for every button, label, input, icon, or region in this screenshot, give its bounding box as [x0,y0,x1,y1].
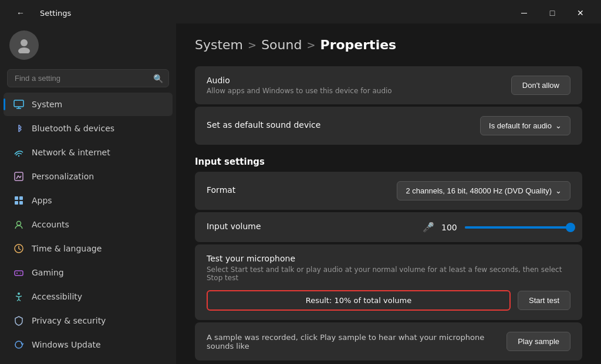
accounts-nav-icon [13,219,25,230]
time-nav-label: Time & language [32,244,102,253]
svg-rect-9 [15,201,18,205]
system-nav-label: System [32,100,62,109]
sidebar-item-gaming[interactable]: Gaming [4,261,173,284]
apps-nav-label: Apps [32,196,52,205]
test-result-badge: Result: 10% of total volume [207,290,511,311]
input-volume-info: Input volume [207,222,261,233]
system-nav-icon [13,98,25,110]
play-sample-button[interactable]: Play sample [507,332,570,351]
nav-items: SystemBluetooth & devicesNetwork & inter… [0,92,176,357]
titlebar: ← Settings ─ □ ✕ [0,0,601,23]
gaming-nav-icon [13,267,25,278]
format-dropdown-arrow-icon: ⌄ [555,186,562,195]
sidebar-item-network[interactable]: Network & internet [4,141,173,164]
audio-title: Audio [207,76,392,85]
test-mic-subtitle: Select Start test and talk or play audio… [207,266,570,282]
window-controls: ─ □ ✕ [511,4,594,22]
svg-point-16 [20,273,21,274]
breadcrumb-properties: Properties [320,38,397,52]
sidebar-item-personalization[interactable]: Personalization [4,165,173,188]
input-volume-card: Input volume 🎤 100 [195,212,582,242]
default-device-info: Set as default sound device [207,120,320,131]
sidebar-item-accessibility[interactable]: Accessibility [4,285,173,308]
avatar [9,30,39,60]
svg-point-1 [18,47,30,53]
bluetooth-nav-icon [13,123,25,134]
format-info: Format [207,185,235,196]
format-dropdown-label: 2 channels, 16 bit, 48000 Hz (DVD Qualit… [406,186,552,195]
format-dropdown[interactable]: 2 channels, 16 bit, 48000 Hz (DVD Qualit… [397,181,570,200]
start-test-button[interactable]: Start test [518,291,570,310]
play-sample-card: A sample was recorded, click Play sample… [195,322,582,360]
close-button[interactable]: ✕ [567,4,594,22]
breadcrumb-sep2: > [306,39,315,51]
window-title: Settings [40,9,71,18]
breadcrumb-system: System [195,38,243,52]
test-microphone-section: Test your microphone Select Start test a… [195,244,582,320]
default-audio-dropdown-label: Is default for audio [489,121,552,130]
volume-value: 100 [441,223,458,232]
sidebar-item-bluetooth[interactable]: Bluetooth & devices [4,117,173,140]
test-mic-title: Test your microphone [207,254,570,263]
svg-rect-8 [19,196,23,200]
network-nav-icon [13,147,25,158]
svg-rect-10 [19,201,23,205]
network-nav-label: Network & internet [32,148,110,157]
default-device-title: Set as default sound device [207,120,320,130]
main-layout: 🔍 SystemBluetooth & devicesNetwork & int… [0,23,601,364]
svg-rect-7 [15,196,18,200]
input-volume-title: Input volume [207,222,261,231]
svg-point-0 [21,39,28,46]
breadcrumb-sep1: > [248,39,256,51]
accessibility-nav-icon [13,291,25,302]
microphone-icon: 🎤 [423,222,434,233]
personalization-nav-icon [13,171,25,182]
svg-point-17 [18,292,20,295]
sidebar-item-apps[interactable]: Apps [4,189,173,212]
svg-rect-2 [14,100,23,107]
windows-update-nav-icon [13,339,25,351]
sidebar-item-system[interactable]: System [4,93,173,116]
sidebar-item-accounts[interactable]: Accounts [4,213,173,236]
windows-update-nav-label: Windows Update [32,340,101,349]
svg-point-11 [17,222,21,226]
sidebar-item-time[interactable]: Time & language [4,237,173,260]
audio-card: Audio Allow apps and Windows to use this… [195,66,582,104]
test-mic-controls: Result: 10% of total volume Start test [207,290,570,311]
format-card: Format 2 channels, 16 bit, 48000 Hz (DVD… [195,172,582,210]
slider-fill [465,226,570,229]
privacy-nav-icon [13,315,25,326]
search-icon: 🔍 [153,74,163,83]
gaming-nav-label: Gaming [32,268,64,277]
user-profile [0,23,176,69]
svg-point-5 [18,155,19,157]
input-settings-header: Input settings [195,157,582,167]
minimize-button[interactable]: ─ [511,4,538,22]
dropdown-arrow-icon: ⌄ [555,121,562,130]
format-title: Format [207,185,235,195]
maximize-button[interactable]: □ [539,4,566,22]
time-nav-icon [13,243,25,254]
slider-thumb [566,223,575,232]
privacy-nav-label: Privacy & security [32,316,106,325]
breadcrumb: System > Sound > Properties [195,38,582,52]
personalization-nav-label: Personalization [32,172,94,181]
input-volume-controls: 🎤 100 [261,222,570,233]
default-audio-dropdown[interactable]: Is default for audio ⌄ [480,116,570,135]
audio-card-info: Audio Allow apps and Windows to use this… [207,76,392,95]
search-input[interactable] [7,69,169,87]
search-box: 🔍 [7,69,169,87]
content-area: System > Sound > Properties Audio Allow … [176,23,601,364]
default-device-card: Set as default sound device Is default f… [195,107,582,145]
accessibility-nav-label: Accessibility [32,292,82,301]
audio-subtitle: Allow apps and Windows to use this devic… [207,87,392,95]
sidebar: 🔍 SystemBluetooth & devicesNetwork & int… [0,23,176,364]
dont-allow-button[interactable]: Don't allow [511,76,570,95]
back-button[interactable]: ← [7,4,34,22]
sidebar-item-privacy[interactable]: Privacy & security [4,309,173,332]
svg-rect-13 [15,271,23,275]
play-sample-text: A sample was recorded, click Play sample… [207,333,495,351]
sidebar-item-windows-update[interactable]: Windows Update [4,333,173,356]
volume-slider[interactable] [465,226,570,229]
breadcrumb-sound: Sound [261,38,302,52]
